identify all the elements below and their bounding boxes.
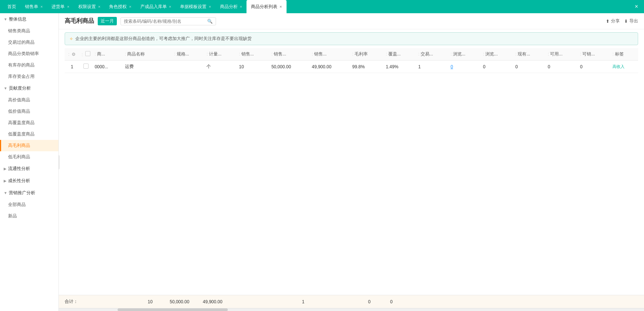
search-box: 🔍 bbox=[120, 17, 216, 25]
close-template-settings[interactable]: × bbox=[209, 4, 211, 9]
export-button[interactable]: ⬇ 导出 bbox=[624, 18, 638, 24]
header-checkbox[interactable] bbox=[85, 51, 90, 56]
th-gross-rate: 毛利率 bbox=[350, 48, 384, 61]
nav-role-auth[interactable]: 角色授权 × bbox=[105, 0, 136, 13]
close-sales-order[interactable]: × bbox=[40, 4, 43, 9]
collapse-sidebar-btn[interactable]: 《 bbox=[59, 155, 60, 170]
nav-permission-settings[interactable]: 权限设置 × bbox=[74, 0, 105, 13]
sidebar: ▼ 整体信息 销售类商品 交易过的商品 商品分类助销率 有库存的商品 库存资金占… bbox=[0, 13, 59, 311]
close-product-analysis-list[interactable]: × bbox=[280, 4, 282, 9]
settings-icon[interactable]: ⚙ bbox=[72, 52, 76, 57]
close-product-stock[interactable]: × bbox=[169, 4, 171, 9]
sidebar-item-low-margin[interactable]: 低毛利商品 bbox=[0, 151, 58, 163]
scrollbar-thumb[interactable] bbox=[118, 308, 228, 311]
sidebar-item-traded-goods[interactable]: 交易过的商品 bbox=[0, 37, 58, 48]
th-trade: 交易... bbox=[416, 48, 448, 61]
sidebar-item-sales-goods[interactable]: 销售类商品 bbox=[0, 25, 58, 37]
th-stock: 现有... bbox=[513, 48, 546, 61]
footer-spacer1 bbox=[234, 299, 267, 304]
sidebar-item-stock-capital[interactable]: 库存资金占用 bbox=[0, 71, 58, 82]
search-input[interactable] bbox=[124, 19, 206, 24]
th-available: 可用... bbox=[546, 48, 578, 61]
arrow-overall: ▼ bbox=[4, 17, 7, 21]
cell-browse2: 0 bbox=[481, 61, 513, 73]
th-check bbox=[79, 48, 93, 61]
page-title: 高毛利商品 bbox=[65, 17, 94, 25]
horizontal-scrollbar[interactable] bbox=[59, 308, 644, 311]
footer-browse2 bbox=[344, 299, 366, 304]
th-name: 商品名称 bbox=[123, 48, 172, 61]
th-browse1: 浏览... bbox=[449, 48, 481, 61]
sidebar-group-contribution[interactable]: ▼ 贡献度分析 bbox=[0, 82, 58, 94]
close-role-auth[interactable]: × bbox=[129, 4, 131, 9]
sidebar-item-all-goods[interactable]: 全部商品 bbox=[0, 199, 58, 210]
th-sales-amount: 销售... bbox=[269, 48, 310, 61]
close-permission-settings[interactable]: × bbox=[98, 4, 100, 9]
sidebar-group-overall[interactable]: ▼ 整体信息 bbox=[0, 13, 58, 25]
search-icon[interactable]: 🔍 bbox=[207, 19, 213, 24]
cell-coverage: 1.49% bbox=[384, 61, 416, 73]
table-header-row: ⚙ 商... 商品名称 规格... 计量... 销售... 销售... 销售..… bbox=[65, 48, 638, 61]
arrow-circulation: ▶ bbox=[4, 167, 7, 171]
arrow-contribution: ▼ bbox=[4, 86, 7, 90]
th-seq: ⚙ bbox=[65, 48, 79, 61]
footer-sales-profit: 49,900.00 bbox=[201, 299, 234, 304]
close-all-tabs[interactable]: × bbox=[632, 3, 641, 10]
content-header: 高毛利商品 近一月 🔍 ⬆ 分享 ⬇ 导出 bbox=[59, 13, 644, 29]
arrow-marketing: ▼ bbox=[4, 191, 7, 195]
sidebar-item-high-coverage[interactable]: 高覆盖度商品 bbox=[0, 117, 58, 129]
sidebar-group-marketing[interactable]: ▼ 营销推广分析 bbox=[0, 187, 58, 199]
sidebar-group-growth[interactable]: ▶ 成长性分析 bbox=[0, 175, 58, 187]
nav-purchase-order[interactable]: 进货单 × bbox=[47, 0, 73, 13]
th-tag: 标签 bbox=[610, 48, 638, 61]
sidebar-item-stocked-goods[interactable]: 有库存的商品 bbox=[0, 59, 58, 71]
nav-product-analysis[interactable]: 商品分析 × bbox=[216, 0, 247, 13]
close-purchase-order[interactable]: × bbox=[67, 4, 69, 9]
cell-gross-rate: 99.8% bbox=[350, 61, 384, 73]
cell-name: 运费 bbox=[123, 61, 172, 73]
main-layout: ▼ 整体信息 销售类商品 交易过的商品 商品分类助销率 有库存的商品 库存资金占… bbox=[0, 13, 644, 311]
cell-code: 0000... bbox=[93, 61, 123, 73]
th-code: 商... bbox=[93, 48, 123, 61]
arrow-growth: ▶ bbox=[4, 179, 7, 183]
footer-sales-qty: 10 bbox=[145, 299, 168, 304]
th-unit: 计量... bbox=[204, 48, 237, 61]
nav-sales-order[interactable]: 销售单 × bbox=[21, 0, 47, 13]
close-product-analysis[interactable]: × bbox=[240, 4, 242, 9]
alert-banner: ✧ 企业的主要的利润都是这部分商品创造的，可考虑加大推广，同时关注库存是不要出现… bbox=[65, 32, 638, 45]
content-area: 《 高毛利商品 近一月 🔍 ⬆ 分享 ⬇ 导出 ✧ 企 bbox=[59, 13, 644, 311]
cell-sales-amount: 50,000.00 bbox=[269, 61, 310, 73]
cell-trade: 1 bbox=[416, 61, 448, 73]
cell-available: 0 bbox=[546, 61, 578, 73]
th-sales-qty: 销售... bbox=[237, 48, 269, 61]
data-table: ⚙ 商... 商品名称 规格... 计量... 销售... 销售... 销售..… bbox=[65, 48, 638, 73]
cell-sales-qty: 10 bbox=[237, 61, 269, 73]
top-nav: 首页 销售单 × 进货单 × 权限设置 × 角色授权 × 产成品入库单 × 单据… bbox=[0, 0, 644, 13]
sidebar-item-category-rate[interactable]: 商品分类助销率 bbox=[0, 48, 58, 59]
nav-template-settings[interactable]: 单据模板设置 × bbox=[176, 0, 215, 13]
nav-product-analysis-list[interactable]: 商品分析列表 × bbox=[247, 0, 286, 13]
th-sales-profit: 销售... bbox=[310, 48, 350, 61]
period-button[interactable]: 近一月 bbox=[98, 17, 117, 25]
share-button[interactable]: ⬆ 分享 bbox=[606, 18, 620, 24]
nav-home[interactable]: 首页 bbox=[3, 0, 21, 13]
sidebar-item-high-value[interactable]: 高价值商品 bbox=[0, 94, 58, 106]
sidebar-item-new-goods[interactable]: 新品 bbox=[0, 210, 58, 222]
row-checkbox[interactable] bbox=[83, 64, 89, 69]
cell-seq: 1 bbox=[65, 61, 79, 73]
table-container: ⚙ 商... 商品名称 规格... 计量... 销售... 销售... 销售..… bbox=[59, 48, 644, 295]
cell-spec bbox=[172, 61, 204, 73]
footer-stock: 0 bbox=[366, 299, 388, 304]
footer-available: 0 bbox=[388, 299, 410, 304]
sidebar-item-high-margin[interactable]: 高毛利商品 bbox=[0, 140, 58, 151]
footer-browse1 bbox=[322, 299, 344, 304]
sidebar-item-low-value[interactable]: 低价值商品 bbox=[0, 106, 58, 117]
cell-browse1: 0 bbox=[449, 61, 481, 73]
sidebar-group-circulation[interactable]: ▶ 流通性分析 bbox=[0, 163, 58, 175]
cell-check[interactable] bbox=[79, 61, 93, 73]
sidebar-item-low-coverage[interactable]: 低覆盖度商品 bbox=[0, 129, 58, 140]
footer-label: 合计： bbox=[65, 299, 145, 305]
nav-product-stock[interactable]: 产成品入库单 × bbox=[136, 0, 176, 13]
alert-icon: ✧ bbox=[69, 36, 73, 41]
table-row: 1 0000... 运费 个 10 50,000.00 49,900.00 99… bbox=[65, 61, 638, 73]
